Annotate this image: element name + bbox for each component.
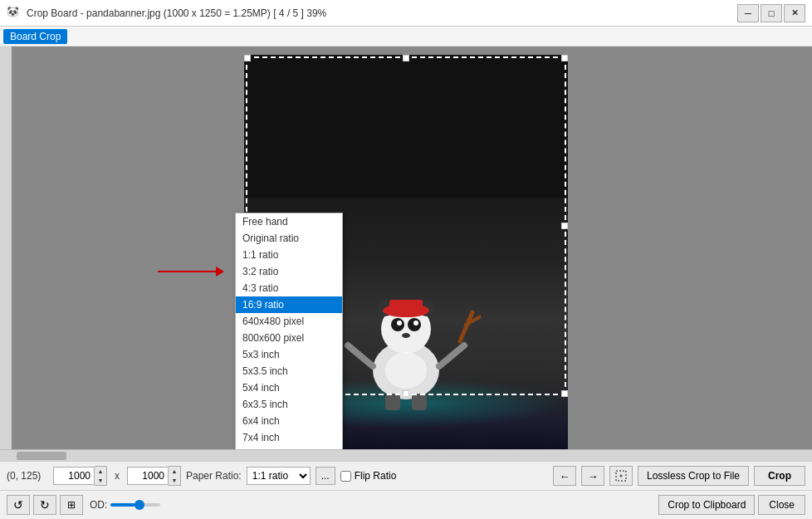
width-spinner-buttons: ▲ ▼ — [95, 466, 107, 486]
width-decrement-button[interactable]: ▼ — [95, 476, 106, 485]
height-increment-button[interactable]: ▲ — [169, 467, 180, 476]
dropdown-item-1x1[interactable]: 1:1 ratio — [236, 247, 342, 263]
title-bar-text: Crop Board - pandabanner.jpg (1000 x 125… — [27, 7, 326, 19]
svg-point-19 — [619, 475, 622, 477]
dropdown-item-original[interactable]: Original ratio — [236, 230, 342, 247]
crop-handle-tl[interactable] — [244, 55, 251, 61]
dropdown-item-3x2[interactable]: 3:2 ratio — [236, 263, 342, 280]
arrow-head — [216, 267, 224, 277]
dropdown-item-5x4inch[interactable]: 5x4 inch — [236, 379, 342, 396]
arrow-indicator — [158, 267, 224, 277]
dropdown-item-freehand[interactable]: Free hand — [236, 213, 342, 230]
svg-rect-16 — [412, 394, 427, 410]
ratio-dropdown-menu[interactable]: Free hand Original ratio 1:1 ratio 3:2 r… — [235, 213, 343, 449]
coordinates-label: (0, 125) — [7, 470, 48, 482]
crop-handle-mr[interactable] — [561, 223, 568, 229]
dropdown-item-5x3inch[interactable]: 5x3 inch — [236, 346, 342, 363]
dropdown-item-640x480[interactable]: 640x480 pixel — [236, 313, 342, 330]
crop-frame-button[interactable] — [609, 466, 633, 486]
minimize-button[interactable]: ─ — [737, 4, 759, 22]
main-area: Free hand Original ratio 1:1 ratio 3:2 r… — [0, 47, 812, 519]
svg-point-4 — [397, 321, 402, 326]
svg-point-5 — [413, 321, 418, 326]
rotate-cw-button[interactable]: ↻ — [33, 495, 56, 515]
bottom-toolbar-1: (0, 125) ▲ ▼ x ▲ ▼ Paper Ratio: 1:1 rati… — [0, 461, 812, 490]
od-label: OD: — [90, 499, 107, 511]
svg-line-11 — [348, 345, 373, 366]
close-button[interactable]: Close — [758, 495, 805, 515]
dropdown-item-7x5inch[interactable]: 7x5 inch — [236, 446, 342, 449]
crop-handle-tr[interactable] — [561, 55, 568, 61]
height-input[interactable] — [127, 467, 169, 485]
maximize-button[interactable]: □ — [761, 4, 782, 22]
svg-rect-15 — [385, 394, 400, 410]
nav-left-button[interactable]: ← — [553, 466, 576, 486]
crop-handle-tm[interactable] — [403, 55, 409, 61]
lossless-crop-button[interactable]: Lossless Crop to File — [638, 466, 749, 486]
flip-ratio-checkbox[interactable] — [340, 471, 351, 482]
close-window-button[interactable]: ✕ — [784, 4, 805, 22]
width-increment-button[interactable]: ▲ — [95, 467, 106, 476]
title-bar-controls: ─ □ ✕ — [737, 4, 805, 22]
bottom-toolbar-2: ↺ ↻ ⊞ OD: Crop to Clipboard Close — [0, 490, 812, 519]
svg-point-6 — [402, 333, 410, 338]
height-spinner-buttons: ▲ ▼ — [169, 466, 181, 486]
svg-line-13 — [460, 312, 472, 341]
arrow-line — [158, 271, 216, 272]
canvas-area[interactable]: Free hand Original ratio 1:1 ratio 3:2 r… — [0, 47, 812, 449]
width-spinner[interactable]: ▲ ▼ — [53, 466, 107, 486]
flip-ratio-label[interactable]: Flip Ratio — [340, 470, 397, 482]
paper-ratio-label: Paper Ratio: — [186, 470, 242, 482]
dropdown-item-16x9[interactable]: 16:9 ratio — [236, 296, 342, 313]
nav-right-button[interactable]: → — [581, 466, 604, 486]
menu-item-board-crop[interactable]: Board Crop — [3, 29, 67, 44]
grid-button[interactable]: ⊞ — [60, 495, 83, 515]
crop-to-clipboard-button[interactable]: Crop to Clipboard — [658, 495, 755, 515]
svg-rect-10 — [389, 300, 423, 311]
height-decrement-button[interactable]: ▼ — [169, 476, 180, 485]
more-options-button[interactable]: ... — [316, 467, 335, 485]
dropdown-item-6x4inch[interactable]: 6x4 inch — [236, 413, 342, 429]
svg-line-12 — [439, 345, 464, 366]
od-slider[interactable] — [110, 503, 160, 507]
horizontal-scroll-thumb[interactable] — [17, 452, 66, 460]
rotate-ccw-button[interactable]: ↺ — [7, 495, 30, 515]
flip-ratio-text: Flip Ratio — [355, 470, 397, 482]
dropdown-item-4x3[interactable]: 4:3 ratio — [236, 280, 342, 296]
panda-figure — [331, 246, 481, 412]
svg-point-17 — [385, 352, 427, 389]
dropdown-item-5x35inch[interactable]: 5x3.5 inch — [236, 363, 342, 379]
dropdown-item-6x35inch[interactable]: 6x3.5 inch — [236, 396, 342, 413]
title-bar: 🐼 Crop Board - pandabanner.jpg (1000 x 1… — [0, 0, 812, 27]
height-spinner[interactable]: ▲ ▼ — [127, 466, 181, 486]
multiply-symbol: x — [115, 470, 120, 482]
vertical-scrollbar[interactable] — [0, 47, 12, 449]
app-icon: 🐼 — [7, 6, 22, 21]
dropdown-item-800x600[interactable]: 800x600 pixel — [236, 330, 342, 346]
crop-button[interactable]: Crop — [754, 466, 805, 486]
width-input[interactable] — [53, 467, 95, 485]
dropdown-item-7x4inch[interactable]: 7x4 inch — [236, 429, 342, 446]
title-bar-left: 🐼 Crop Board - pandabanner.jpg (1000 x 1… — [7, 6, 326, 21]
menu-bar: Board Crop — [0, 27, 812, 47]
paper-ratio-select[interactable]: 1:1 ratio 16:9 ratio 4:3 ratio 3:2 ratio — [247, 467, 311, 485]
horizontal-scrollbar[interactable] — [0, 449, 812, 461]
